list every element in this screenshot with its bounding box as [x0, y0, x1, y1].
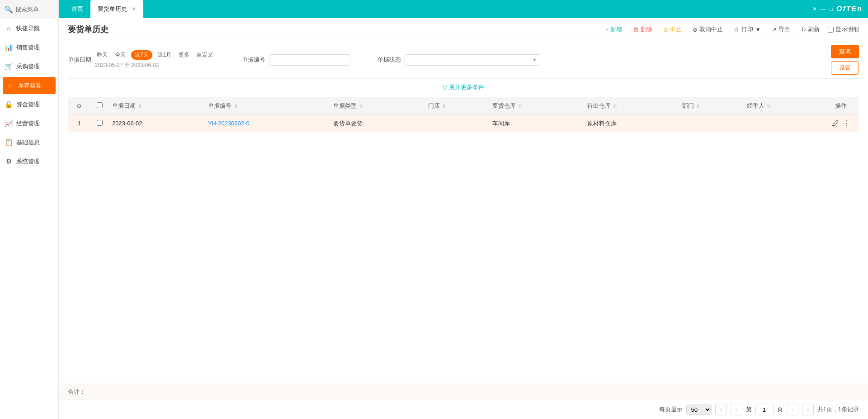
prev-page-btn[interactable]: ‹ — [731, 404, 742, 415]
col-header-ops: 操作 — [823, 97, 859, 115]
date-btn-yesterday[interactable]: 昨天 — [95, 50, 109, 60]
col-header-pending-warehouse[interactable]: 待出仓库 ⇅ — [584, 97, 679, 115]
cell-ops: 🖊 ⋮ — [823, 115, 859, 132]
col-header-department[interactable]: 部门 ⇅ — [679, 97, 743, 115]
window-minimize-btn[interactable]: — — [821, 6, 826, 12]
settings-button[interactable]: 设置 — [831, 61, 859, 75]
table-row[interactable]: 1 2023-06-02 YH-20230602-0 要货单要货 车间库 原材料… — [68, 115, 859, 132]
gear-icon[interactable]: ⚙ — [76, 103, 82, 110]
sidebar-item-quick-nav[interactable]: ⌂ 快捷导航 — [0, 19, 58, 38]
basic-info-icon: 📋 — [5, 138, 13, 147]
row-edit-icon[interactable]: 🖊 — [832, 119, 839, 127]
page-input[interactable] — [755, 404, 774, 415]
sort-icon: ⇅ — [234, 104, 238, 109]
print-label: 打印 — [741, 25, 753, 33]
window-close-btn[interactable]: ✕ — [812, 6, 817, 12]
home-icon: ⌂ — [5, 24, 13, 33]
show-detail-checkbox[interactable]: 显示明细 — [828, 25, 859, 33]
filter-date-btns: 昨天 今天 近7天 近1月 更多 自定义 — [95, 50, 215, 60]
table-wrapper: ⚙ 单据日期 ⇅ 单据编号 ⇅ — [59, 97, 868, 384]
stop-button[interactable]: ⊘ 中止 — [660, 24, 684, 35]
filter-doc-no-input[interactable] — [269, 54, 350, 66]
system-icon: ⚙ — [5, 157, 13, 166]
sort-icon: ⇅ — [696, 104, 700, 109]
show-detail-input[interactable] — [828, 27, 834, 33]
row-checkbox[interactable] — [97, 120, 103, 126]
tab-requisition-history[interactable]: 要货单历史 ✕ — [90, 0, 143, 18]
sidebar-item-inventory[interactable]: ⌂ 库存核算 — [3, 77, 56, 94]
sort-icon: ⇅ — [767, 104, 770, 109]
col-header-req-warehouse[interactable]: 要货仓库 ⇅ — [489, 97, 584, 115]
select-all-checkbox[interactable] — [97, 102, 103, 108]
col-header-doc-no[interactable]: 单据编号 ⇅ — [204, 97, 330, 115]
sidebar-search[interactable]: 🔍 搜索菜单 — [0, 0, 58, 19]
date-range-text: 2023-05-27 至 2023-06-02 — [95, 62, 215, 69]
sidebar-item-label: 采购管理 — [16, 62, 40, 71]
col-header-date[interactable]: 单据日期 ⇅ — [108, 97, 204, 115]
cell-doc-no: YH-20230602-0 — [204, 115, 330, 132]
filter-status-item: 单据状态 — [377, 54, 816, 66]
sidebar-item-finance[interactable]: 🔒 资金管理 — [0, 95, 58, 114]
delete-label: 删除 — [641, 25, 652, 33]
export-icon: ↗ — [772, 26, 777, 33]
filter-status-select[interactable] — [405, 54, 540, 66]
print-dropdown-icon: ▼ — [755, 26, 761, 33]
brand-logo: OfTEn — [836, 5, 863, 13]
sidebar-item-label: 销售管理 — [16, 43, 40, 52]
first-page-btn[interactable]: « — [715, 404, 727, 415]
col-pending-warehouse-label: 待出仓库 — [587, 102, 611, 109]
sidebar-item-system[interactable]: ⚙ 系统管理 — [0, 152, 58, 171]
sidebar-item-basic-info[interactable]: 📋 基础信息 — [0, 133, 58, 152]
page-size-select[interactable]: 50 100 200 — [686, 405, 712, 415]
refresh-button[interactable]: ↻ 刷新 — [798, 24, 822, 35]
new-button[interactable]: + 新增 — [603, 24, 625, 35]
col-header-doc-type[interactable]: 单据类型 ⇅ — [330, 97, 425, 115]
window-maximize-btn[interactable]: □ — [830, 6, 833, 12]
stop-label: 中止 — [670, 25, 682, 33]
sidebar-item-purchase[interactable]: 🛒 采购管理 — [0, 57, 58, 76]
topbar: 首页 要货单历史 ✕ ✕ — □ OfTEn — [59, 0, 868, 18]
sidebar-item-operations[interactable]: 📈 经营管理 — [0, 114, 58, 133]
toolbar: + 新增 🗑 删除 ⊘ 中止 ⊘ 取消中止 🖨 打印 ▼ — [603, 24, 859, 35]
col-gear: ⚙ — [68, 97, 90, 115]
query-button[interactable]: 查询 — [831, 45, 859, 58]
col-header-handler[interactable]: 经手人 ⇅ — [743, 97, 823, 115]
show-detail-label: 显示明细 — [835, 25, 859, 33]
date-btn-1month[interactable]: 近1月 — [156, 50, 174, 60]
filter-row-1: 单据日期 昨天 今天 近7天 近1月 更多 自定义 2023-05-27 至 2… — [68, 45, 859, 75]
last-page-btn[interactable]: » — [802, 404, 814, 415]
date-btn-more[interactable]: 更多 — [177, 50, 191, 60]
cancel-stop-icon: ⊘ — [693, 26, 698, 33]
row-more-icon[interactable]: ⋮ — [843, 119, 850, 127]
sort-icon: ⇅ — [138, 104, 142, 109]
table-header-row: ⚙ 单据日期 ⇅ 单据编号 ⇅ — [68, 97, 859, 115]
cell-date: 2023-06-02 — [108, 115, 204, 132]
cell-pending-warehouse: 原材料仓库 — [584, 115, 679, 132]
date-btn-today[interactable]: 今天 — [113, 50, 127, 60]
inventory-icon: ⌂ — [6, 81, 14, 90]
topbar-actions: ✕ — □ OfTEn — [812, 5, 863, 13]
next-page-btn[interactable]: › — [787, 404, 798, 415]
expand-filter-button[interactable]: ▽ 展开更多条件 — [437, 81, 490, 93]
cancel-stop-button[interactable]: ⊘ 取消中止 — [690, 24, 726, 35]
summary-label: 合计： — [68, 388, 85, 395]
tab-home[interactable]: 首页 — [64, 0, 90, 18]
col-header-store[interactable]: 门店 ⇅ — [425, 97, 489, 115]
date-btn-7days[interactable]: 近7天 — [131, 50, 152, 60]
refresh-label: 刷新 — [808, 25, 820, 33]
date-btn-custom[interactable]: 自定义 — [195, 50, 215, 60]
stop-icon: ⊘ — [663, 26, 668, 33]
finance-icon: 🔒 — [5, 100, 13, 109]
sidebar-item-sales[interactable]: 📊 销售管理 — [0, 38, 58, 57]
export-button[interactable]: ↗ 导出 — [769, 24, 793, 35]
tab-close-icon[interactable]: ✕ — [132, 6, 136, 12]
cell-store — [425, 115, 489, 132]
delete-button[interactable]: 🗑 删除 — [630, 24, 655, 35]
filter-date-group: 昨天 今天 近7天 近1月 更多 自定义 2023-05-27 至 2023-0… — [95, 50, 215, 69]
sidebar-item-label: 系统管理 — [16, 157, 40, 166]
main-area: 首页 要货单历史 ✕ ✕ — □ OfTEn 要货单历史 + 新增 🗑 删除 — [59, 0, 868, 419]
cell-doc-type: 要货单要货 — [330, 115, 425, 132]
content-area: 要货单历史 + 新增 🗑 删除 ⊘ 中止 ⊘ 取消中止 🖨 打印 — [59, 18, 868, 419]
print-button[interactable]: 🖨 打印 ▼ — [731, 24, 764, 35]
doc-no-link[interactable]: YH-20230602-0 — [208, 120, 250, 127]
